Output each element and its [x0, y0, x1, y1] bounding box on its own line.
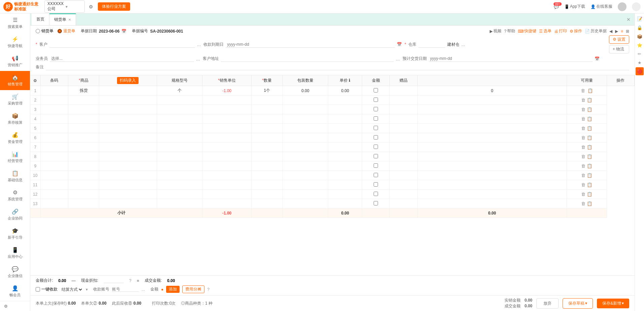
user-avatar[interactable]: [618, 2, 627, 11]
experience-btn[interactable]: 体验行业方案: [98, 2, 130, 11]
row-1-copy-icon[interactable]: 📋: [587, 87, 594, 94]
expected-delivery-input[interactable]: [429, 55, 593, 62]
tab-close-icon[interactable]: ✕: [68, 18, 71, 22]
scan-btn[interactable]: 扫码录入: [117, 77, 139, 84]
sidebar-item-sales[interactable]: 🏠 销售管理: [0, 71, 30, 90]
row-1-unit[interactable]: 个: [157, 86, 202, 95]
sidebar-item-search[interactable]: ☰ 搜索菜单: [0, 13, 30, 33]
row-1-unit-price[interactable]: 0.00: [282, 86, 328, 95]
view-grid-btn[interactable]: ⊞: [626, 29, 629, 34]
sidebar-item-quicknav[interactable]: ⚡ 快捷导航: [0, 33, 30, 52]
form-logistics-btn[interactable]: + 物流: [609, 45, 629, 53]
customer-input[interactable]: [49, 41, 195, 48]
view-list-btn[interactable]: ≡: [621, 29, 623, 34]
sidebar-item-wechat[interactable]: 💬 企业微信: [0, 263, 30, 282]
salesman-input[interactable]: [50, 55, 194, 62]
sidebar-item-inventory[interactable]: 📦 库存核算: [0, 109, 30, 128]
payment-due-input[interactable]: [226, 41, 395, 48]
save-new-btn[interactable]: 保存&新增 ▾: [597, 299, 629, 308]
settings-icon[interactable]: ⚙: [87, 3, 94, 11]
notes-input[interactable]: [46, 64, 629, 70]
quicknav-icon: ⚡: [12, 36, 18, 42]
save-draft-btn[interactable]: 保存草稿 ▾: [563, 298, 593, 309]
select-btn[interactable]: ☰ 选单: [539, 28, 552, 34]
salesman-dots[interactable]: ...: [196, 56, 200, 62]
save-draft-dropdown-icon[interactable]: ▾: [585, 301, 587, 306]
close-all-tabs[interactable]: ✕: [627, 17, 633, 22]
nav-prev[interactable]: ◀: [609, 29, 612, 34]
salesman-field: 业务员 ...: [36, 55, 200, 62]
customer-address-input[interactable]: [221, 55, 394, 62]
sidebar-item-purchase[interactable]: 🛒 采购管理: [0, 90, 30, 109]
date-label: 单据日期: [81, 28, 97, 34]
online-service-link[interactable]: 👤 在线客服: [591, 4, 612, 9]
delivery-calendar-icon[interactable]: 📅: [595, 56, 600, 61]
address-dots[interactable]: ...: [396, 56, 400, 62]
settlement-method-select[interactable]: 结算方式: [60, 287, 83, 292]
operation-btn[interactable]: ⚙ 操作: [570, 28, 582, 34]
row-1-spec[interactable]: [99, 86, 157, 95]
warehouse-dots[interactable]: ...: [461, 42, 465, 47]
row-1-product[interactable]: 拣货: [68, 86, 99, 95]
sidebar-settings[interactable]: ⚙: [0, 301, 30, 311]
discard-btn[interactable]: 放弃: [536, 298, 559, 309]
warehouse-input[interactable]: [418, 41, 445, 48]
actual-amount-label: 实销金额: [504, 298, 521, 303]
date-value[interactable]: 2023-06-06: [99, 29, 119, 34]
history-btn[interactable]: 📄 历史单据: [585, 28, 607, 34]
save-new-dropdown-icon[interactable]: ▾: [622, 301, 624, 306]
question-icon[interactable]: ?: [129, 278, 131, 283]
form-settings-btn[interactable]: ⚙ 设置: [609, 35, 629, 44]
sidebar-item-appcenter[interactable]: 📱 应用中心: [0, 243, 30, 263]
calendar-icon[interactable]: 📅: [121, 29, 126, 34]
table-wrapper[interactable]: ⚙ 条码 *商品 扫码录入 规格型号 *销售单位 *数量 包装数量 单价 ℹ 金…: [30, 75, 635, 275]
order-no-value[interactable]: SA-20230606-001: [150, 29, 183, 34]
message-icon[interactable]: 💬 99+: [554, 4, 559, 9]
add-circle-icon[interactable]: ●: [161, 287, 163, 292]
customer-dots[interactable]: ...: [197, 42, 201, 47]
expense-help-icon[interactable]: ?: [207, 287, 210, 292]
sidebar-item-member[interactable]: 👤 畅会员: [0, 282, 30, 301]
row-1-gift[interactable]: [362, 86, 390, 95]
radio-return-order[interactable]: 退货单: [58, 28, 75, 34]
col-settings[interactable]: ⚙: [30, 75, 40, 86]
tab-sales-order[interactable]: 销货单 ✕: [49, 13, 76, 25]
nav-next[interactable]: ▶: [615, 29, 618, 34]
row-1-barcode[interactable]: [40, 86, 68, 95]
row-1-delete-icon[interactable]: 🗑: [580, 87, 586, 94]
right-panel-icon-2[interactable]: 🔒: [636, 24, 644, 32]
right-panel-icon-6[interactable]: ★: [636, 59, 644, 67]
payment-due-calendar-icon[interactable]: 📅: [397, 42, 402, 47]
right-panel-icon-1[interactable]: 📝: [636, 15, 644, 23]
help-btn[interactable]: ? 帮助: [504, 28, 515, 34]
shortcut-btn[interactable]: ⌨ 快捷键: [518, 28, 536, 34]
right-panel-icon-3[interactable]: 📦: [636, 32, 644, 40]
settlement-dots[interactable]: ▾: [86, 287, 88, 292]
account-dots[interactable]: ...: [142, 287, 145, 292]
right-panel-icon-5[interactable]: ✏: [636, 50, 644, 58]
print-btn[interactable]: 🖨 打印: [554, 28, 567, 34]
sidebar-item-guide[interactable]: 🎓 新手引导: [0, 224, 30, 243]
company-selector[interactable]: XXXXXX公司 ▾: [44, 0, 85, 13]
sidebar-item-system[interactable]: ⚙ 系统管理: [0, 186, 30, 205]
sidebar-item-business[interactable]: 📊 经营管理: [0, 148, 30, 167]
row-1-operation[interactable]: 🗑 📋: [567, 86, 607, 95]
radio-sales-order[interactable]: 销货单: [36, 28, 53, 34]
tab-home[interactable]: 首页: [32, 13, 49, 25]
expense-allocation-btn[interactable]: 费用分摊: [182, 285, 204, 293]
video-btn[interactable]: ▶ 视频: [490, 28, 501, 34]
right-panel-icon-4[interactable]: ⭐: [636, 41, 644, 49]
account-input[interactable]: [112, 287, 139, 292]
col-scan[interactable]: 扫码录入: [99, 75, 157, 86]
sidebar-settings-icon: ⚙: [4, 304, 8, 309]
row-1-quantity[interactable]: -1.00: [202, 86, 252, 95]
sidebar-item-enterprise[interactable]: 🔗 企业协同: [0, 205, 30, 224]
sidebar-item-finance[interactable]: 💰 资金管理: [0, 128, 30, 148]
sidebar-item-baseinfo[interactable]: 📋 基础信息: [0, 167, 30, 186]
one-click-payment-checkbox[interactable]: 一键收款: [36, 286, 58, 292]
right-panel-icon-7[interactable]: 🔴: [636, 67, 644, 75]
app-download-link[interactable]: 📱 App下载: [564, 4, 585, 9]
sidebar-item-marketing[interactable]: 📢 营销推广: [0, 52, 30, 71]
discount-input[interactable]: [104, 278, 124, 283]
add-payment-btn[interactable]: 添加: [166, 286, 180, 293]
